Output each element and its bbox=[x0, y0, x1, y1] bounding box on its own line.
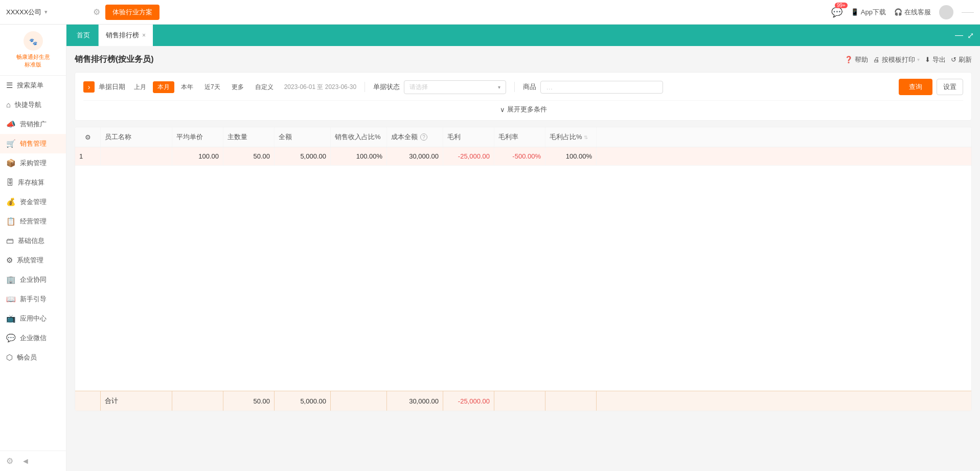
tf-label: 合计 bbox=[101, 391, 172, 411]
expand-icon: ∨ bbox=[500, 106, 505, 114]
date-btn-custom[interactable]: 自定义 bbox=[250, 81, 278, 93]
th-extra bbox=[597, 127, 971, 147]
avatar[interactable] bbox=[939, 5, 953, 19]
guide-icon: 📖 bbox=[6, 295, 16, 304]
sidebar: 🐾 畅康通好生意标准版 ☰ 搜索菜单 ⌂ 快捷导航 📣 营销推广 🛒 销售管理 … bbox=[0, 25, 66, 471]
sidebar-item-quick-nav[interactable]: ⌂ 快捷导航 bbox=[0, 95, 66, 115]
logo-text: 畅康通好生意标准版 bbox=[16, 53, 50, 69]
filter-area: › 单据日期 上月 本月 本年 近7天 更多 自定义 2023-06-01 至 … bbox=[75, 72, 972, 121]
status-select[interactable]: 请选择 ▾ bbox=[404, 80, 506, 94]
tab-sales-ranking[interactable]: 销售排行榜 × bbox=[99, 25, 153, 46]
th-amount: 全额 bbox=[275, 127, 331, 147]
table-container: ⚙ 员工名称 平均单价 主数量 全额 销售收入占比% 成本全额 ? 毛利 毛利率… bbox=[75, 127, 972, 411]
th-name: 员工名称 bbox=[101, 127, 172, 147]
tf-gross-rate-empty bbox=[494, 391, 545, 411]
date-range-display: 2023-06-01 至 2023-06-30 bbox=[284, 83, 356, 92]
company-selector[interactable]: XXXXX公司 ▾ bbox=[6, 8, 88, 17]
sidebar-item-label: 新手引导 bbox=[20, 295, 47, 304]
tab-bar-right: — ⤢ bbox=[955, 31, 980, 40]
date-btn-this-month[interactable]: 本月 bbox=[153, 81, 174, 93]
online-service-link[interactable]: 🎧 在线客服 bbox=[894, 8, 931, 17]
quick-nav-icon: ⌂ bbox=[6, 100, 11, 109]
sidebar-item-search-order[interactable]: ☰ 搜索菜单 bbox=[0, 76, 66, 95]
filter-right: 查询 设置 bbox=[899, 79, 963, 95]
logo-icon: 🐾 bbox=[23, 31, 43, 51]
th-qty: 主数量 bbox=[223, 127, 275, 147]
sidebar-item-member[interactable]: ⬡ 畅会员 bbox=[0, 348, 66, 367]
filter-expand-arrow[interactable]: › bbox=[83, 81, 95, 93]
app-center-icon: 📺 bbox=[6, 314, 16, 323]
date-btn-7days[interactable]: 近7天 bbox=[200, 81, 225, 93]
tf-extra-empty bbox=[597, 391, 971, 411]
tab-minimize-button[interactable]: — bbox=[955, 31, 963, 40]
table-header: ⚙ 员工名称 平均单价 主数量 全额 销售收入占比% 成本全额 ? 毛利 毛利率… bbox=[75, 127, 971, 147]
sidebar-item-label: 畅会员 bbox=[17, 353, 37, 362]
print-link[interactable]: 🖨 按模板打印 ▾ bbox=[873, 55, 920, 64]
settings-button[interactable]: 设置 bbox=[937, 79, 963, 95]
cost-info-icon[interactable]: ? bbox=[420, 133, 427, 141]
sidebar-item-guide[interactable]: 📖 新手引导 bbox=[0, 289, 66, 309]
help-link[interactable]: ❓ 帮助 bbox=[845, 55, 868, 64]
tf-qty: 50.00 bbox=[223, 391, 275, 411]
td-rank: 1 bbox=[75, 147, 101, 165]
page-header: 销售排行榜(按业务员) ❓ 帮助 🖨 按模板打印 ▾ ⬇ 导出 bbox=[75, 54, 972, 65]
sidebar-item-enterprise[interactable]: 🏢 企业协同 bbox=[0, 270, 66, 289]
sidebar-item-wechat[interactable]: 💬 企业微信 bbox=[0, 328, 66, 348]
sidebar-item-purchase[interactable]: 📦 采购管理 bbox=[0, 153, 66, 173]
sidebar-settings-icon[interactable]: ⚙ bbox=[6, 456, 13, 466]
sidebar-item-label: 系统管理 bbox=[17, 256, 43, 265]
main-layout: 🐾 畅康通好生意标准版 ☰ 搜索菜单 ⌂ 快捷导航 📣 营销推广 🛒 销售管理 … bbox=[0, 25, 980, 471]
export-link[interactable]: ⬇ 导出 bbox=[925, 55, 946, 64]
app-download-link[interactable]: 📱 App下载 bbox=[851, 8, 886, 17]
td-qty: 50.00 bbox=[223, 147, 275, 165]
sidebar-item-label: 营销推广 bbox=[20, 120, 47, 129]
goods-input[interactable]: … bbox=[540, 81, 663, 94]
user-name[interactable]: —— bbox=[962, 9, 974, 16]
sidebar-item-sales[interactable]: 🛒 销售管理 bbox=[0, 134, 66, 153]
tab-home[interactable]: 首页 bbox=[69, 25, 99, 46]
sidebar-item-app-center[interactable]: 📺 应用中心 bbox=[0, 309, 66, 328]
date-buttons: 上月 本月 本年 近7天 更多 自定义 bbox=[129, 81, 278, 93]
sidebar-item-marketing[interactable]: 📣 营销推广 bbox=[0, 115, 66, 134]
top-bar-right: 💬 99+ 📱 App下载 🎧 在线客服 —— bbox=[831, 5, 974, 19]
sidebar-item-basic-info[interactable]: 🗃 基础信息 bbox=[0, 231, 66, 251]
sidebar-item-system[interactable]: ⚙ 系统管理 bbox=[0, 251, 66, 270]
date-btn-this-year[interactable]: 本年 bbox=[176, 81, 198, 93]
refresh-icon: ↺ bbox=[951, 56, 956, 63]
sidebar-item-label: 应用中心 bbox=[20, 314, 47, 323]
filter-divider-1 bbox=[364, 82, 365, 92]
th-cost: 成本全额 ? bbox=[387, 127, 443, 147]
gear-icon[interactable]: ⚙ bbox=[93, 7, 100, 17]
help-icon: ❓ bbox=[845, 56, 853, 63]
wechat-icon: 💬 bbox=[6, 333, 16, 343]
enterprise-icon: 🏢 bbox=[6, 275, 16, 284]
gross-pct-sort-icon[interactable]: ⇅ bbox=[584, 134, 588, 140]
status-select-arrow-icon: ▾ bbox=[498, 84, 500, 90]
date-btn-more[interactable]: 更多 bbox=[227, 81, 248, 93]
refresh-link[interactable]: ↺ 刷新 bbox=[951, 55, 972, 64]
message-icon[interactable]: 💬 99+ bbox=[831, 7, 842, 18]
company-name: XXXXX公司 bbox=[6, 8, 41, 17]
table-row: 1 100.00 50.00 5,000.00 100.00% 30,000.0… bbox=[75, 147, 971, 166]
inventory-icon: 🗄 bbox=[6, 178, 14, 187]
sidebar-item-operation[interactable]: 📋 经营管理 bbox=[0, 212, 66, 231]
sidebar-item-inventory[interactable]: 🗄 库存核算 bbox=[0, 173, 66, 192]
expand-conditions-button[interactable]: ∨ 展开更多条件 bbox=[83, 100, 963, 114]
trial-button[interactable]: 体验行业方案 bbox=[105, 5, 159, 20]
tab-close-icon[interactable]: × bbox=[142, 32, 146, 39]
operation-icon: 📋 bbox=[6, 217, 16, 226]
td-extra bbox=[597, 147, 971, 165]
page-actions: ❓ 帮助 🖨 按模板打印 ▾ ⬇ 导出 ↺ 刷新 bbox=[845, 55, 972, 64]
th-gear[interactable]: ⚙ bbox=[75, 127, 101, 147]
system-icon: ⚙ bbox=[6, 256, 13, 265]
svg-text:🐾: 🐾 bbox=[29, 37, 38, 46]
sidebar-collapse-icon[interactable]: ◄ bbox=[21, 457, 30, 466]
table-gear-icon: ⚙ bbox=[85, 133, 91, 141]
sidebar-item-finance[interactable]: 💰 资金管理 bbox=[0, 192, 66, 212]
tab-maximize-button[interactable]: ⤢ bbox=[967, 31, 974, 40]
tf-gross-pct-empty bbox=[545, 391, 597, 411]
td-sales-pct: 100.00% bbox=[331, 147, 387, 165]
query-button[interactable]: 查询 bbox=[899, 79, 932, 95]
top-bar: XXXXX公司 ▾ ⚙ 体验行业方案 💬 99+ 📱 App下载 🎧 在线客服 … bbox=[0, 0, 980, 25]
date-btn-last-month[interactable]: 上月 bbox=[129, 81, 151, 93]
